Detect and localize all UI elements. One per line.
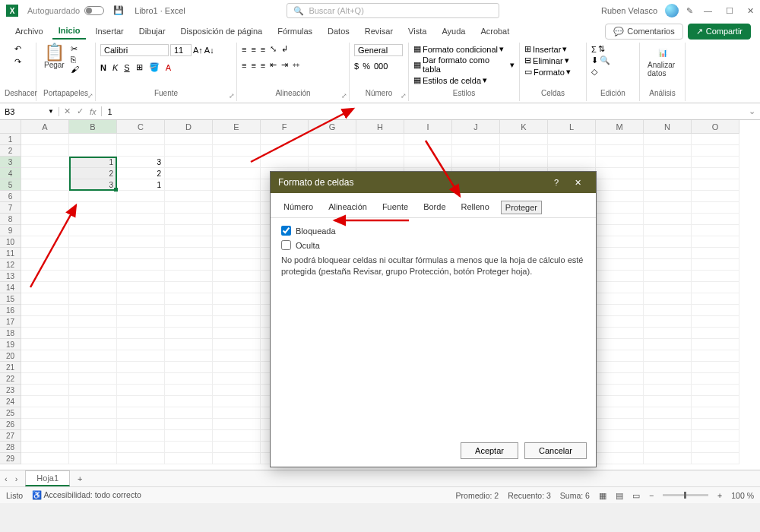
cell-O7[interactable] [692,202,739,214]
cell-G3[interactable] [309,157,356,168]
cancel-formula-icon[interactable]: ✕ [64,106,71,116]
clipboard-launcher-icon[interactable]: ⤢ [87,92,93,100]
cell-M12[interactable] [596,259,644,271]
cell-M3[interactable] [596,157,644,168]
cell-N6[interactable] [644,191,692,202]
cell-A16[interactable] [21,305,69,316]
cell-O25[interactable] [692,407,739,419]
cell-N3[interactable] [644,157,692,168]
cell-N28[interactable] [644,442,692,453]
zoom-out-icon[interactable]: − [649,491,654,500]
cell-O4[interactable] [692,168,739,179]
cell-O5[interactable] [692,179,739,191]
row-header-29[interactable]: 29 [0,453,21,464]
cell-N13[interactable] [644,271,692,282]
cell-I2[interactable] [404,145,452,157]
select-all-corner[interactable] [0,120,21,134]
font-color-icon[interactable]: A [166,63,171,72]
cell-D16[interactable] [165,305,213,316]
comments-button[interactable]: 💬 Comentarios [605,24,682,40]
accessibility-status[interactable]: ♿ Accesibilidad: todo correcto [32,490,141,500]
cell-B25[interactable] [69,407,117,419]
avatar[interactable] [665,4,679,17]
cell-F2[interactable] [261,145,309,157]
cell-D7[interactable] [165,202,213,214]
cell-O3[interactable] [692,157,739,168]
cell-A6[interactable] [21,191,69,202]
bold-button[interactable]: N [100,63,106,72]
row-header-5[interactable]: 5 [0,179,21,191]
cell-C27[interactable] [117,430,165,442]
analyze-data-button[interactable]: 📊 Analizar datos [644,44,680,79]
cell-A5[interactable] [21,179,69,191]
col-header-M[interactable]: M [596,120,644,134]
cell-C25[interactable] [117,407,165,419]
cell-A11[interactable] [21,248,69,259]
cell-N18[interactable] [644,328,692,339]
cell-M22[interactable] [596,373,644,385]
cell-E24[interactable] [213,396,261,407]
cell-G1[interactable] [309,134,356,145]
dialog-tab-relleno[interactable]: Relleno [458,201,493,214]
tab-inicio[interactable]: Inicio [52,23,87,40]
tab-acrobat[interactable]: Acrobat [474,24,515,39]
cell-M13[interactable] [596,271,644,282]
autosave-toggle[interactable]: Autoguardado [27,6,104,15]
row-header-24[interactable]: 24 [0,396,21,407]
cell-B21[interactable] [69,362,117,373]
cell-N17[interactable] [644,316,692,328]
cell-N23[interactable] [644,385,692,396]
cell-D4[interactable] [165,168,213,179]
cell-G2[interactable] [309,145,356,157]
cell-C22[interactable] [117,373,165,385]
cell-B24[interactable] [69,396,117,407]
cell-B2[interactable] [69,145,117,157]
row-header-28[interactable]: 28 [0,442,21,453]
indent-dec-icon[interactable]: ⇤ [270,60,277,70]
cell-E15[interactable] [213,293,261,305]
cell-A15[interactable] [21,293,69,305]
cell-B18[interactable] [69,328,117,339]
cell-B26[interactable] [69,419,117,430]
sheet-tab[interactable]: Hoja1 [25,470,70,486]
row-header-15[interactable]: 15 [0,293,21,305]
cell-D11[interactable] [165,248,213,259]
cell-E9[interactable] [213,225,261,236]
wrap-text-icon[interactable]: ↲ [281,44,288,54]
cell-M8[interactable] [596,214,644,225]
cell-O24[interactable] [692,396,739,407]
tab-ayuda[interactable]: Ayuda [435,24,471,39]
italic-button[interactable]: K [112,63,118,72]
fx-icon[interactable]: fx [90,107,97,116]
cell-N2[interactable] [644,145,692,157]
copy-icon[interactable]: ⎘ [71,55,79,64]
underline-button[interactable]: S [124,63,129,72]
row-header-7[interactable]: 7 [0,202,21,214]
cell-H2[interactable] [356,145,404,157]
currency-icon[interactable]: $ [354,62,359,71]
col-header-J[interactable]: J [452,120,500,134]
cell-M23[interactable] [596,385,644,396]
cell-N20[interactable] [644,350,692,362]
cell-B23[interactable] [69,385,117,396]
clear-icon[interactable]: ◇ [591,67,597,77]
cell-N5[interactable] [644,179,692,191]
cell-A1[interactable] [21,134,69,145]
search-box[interactable]: 🔍 Buscar (Alt+Q) [287,3,499,18]
cell-A20[interactable] [21,350,69,362]
cell-M29[interactable] [596,453,644,464]
col-header-O[interactable]: O [692,120,739,134]
comma-icon[interactable]: 000 [374,62,388,71]
cell-D27[interactable] [165,430,213,442]
row-header-9[interactable]: 9 [0,225,21,236]
cell-M14[interactable] [596,282,644,293]
align-right-icon[interactable]: ≡ [261,61,265,70]
cell-N27[interactable] [644,430,692,442]
cell-L2[interactable] [548,145,596,157]
col-header-E[interactable]: E [213,120,261,134]
cell-J1[interactable] [452,134,500,145]
cell-E2[interactable] [213,145,261,157]
cell-O29[interactable] [692,453,739,464]
cell-B1[interactable] [69,134,117,145]
row-header-16[interactable]: 16 [0,305,21,316]
